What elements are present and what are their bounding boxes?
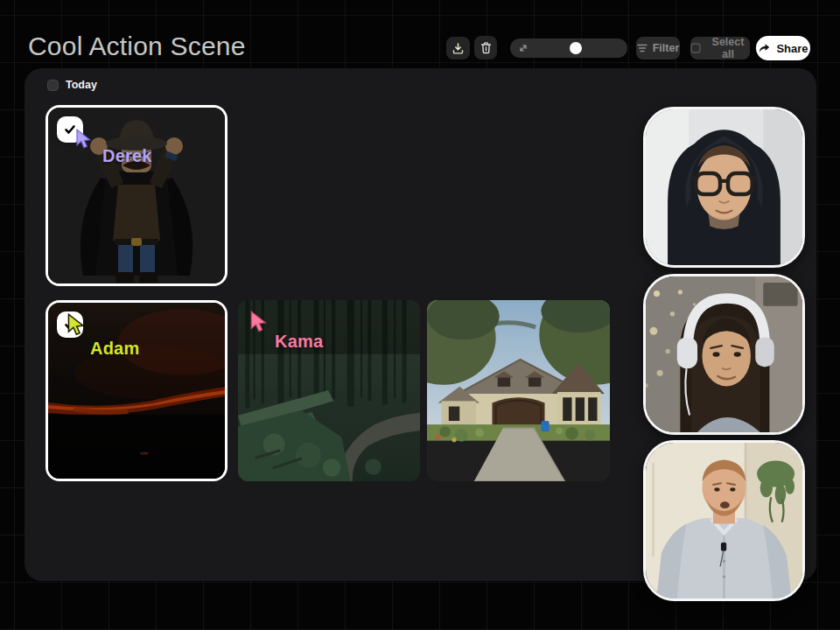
participant-1-video-frame xyxy=(646,109,802,265)
thumbnail-size-slider[interactable] xyxy=(510,38,627,58)
download-button[interactable] xyxy=(446,37,470,60)
participant-video-man-in-shirt[interactable] xyxy=(643,440,805,601)
card-checkbox-checked[interactable] xyxy=(57,312,83,338)
download-icon xyxy=(452,42,465,55)
checkbox-outline-icon xyxy=(690,43,701,53)
suburban-house-image xyxy=(427,300,610,481)
filter-button[interactable]: Filter xyxy=(636,37,680,60)
share-arrow-icon xyxy=(758,43,771,54)
gallery-card-cowboy[interactable]: Derek xyxy=(46,105,228,286)
participant-2-video-frame xyxy=(646,276,802,432)
gallery-card-house[interactable] xyxy=(427,300,610,481)
trash-icon xyxy=(480,41,493,55)
gallery-card-volcano[interactable]: Adam xyxy=(46,300,228,481)
share-button[interactable]: Share xyxy=(756,36,810,60)
resize-diagonal-icon xyxy=(518,43,528,53)
app-background: { "window": { "title": "Cool Action Scen… xyxy=(0,0,840,630)
share-button-label: Share xyxy=(776,42,808,55)
filter-lines-icon xyxy=(637,44,648,52)
select-all-button-label: Select all xyxy=(706,36,750,60)
select-all-button[interactable]: Select all xyxy=(690,37,750,60)
page-title: Cool Action Scene xyxy=(28,32,246,61)
filter-button-label: Filter xyxy=(653,42,680,54)
participant-video-man-with-glasses[interactable] xyxy=(643,107,805,268)
slider-thumb[interactable] xyxy=(570,42,582,54)
checkmark-icon xyxy=(63,318,77,332)
today-group-checkbox[interactable] xyxy=(47,80,59,91)
date-group-label: Today xyxy=(66,79,97,91)
date-group-header: Today xyxy=(47,79,97,91)
participant-3-video-frame xyxy=(646,443,802,598)
participant-video-woman-with-headphones[interactable] xyxy=(643,274,805,435)
card-checkbox-checked[interactable] xyxy=(57,116,83,143)
delete-button[interactable] xyxy=(474,36,497,60)
gallery-card-forest[interactable]: Kama xyxy=(238,300,420,481)
mossy-forest-image xyxy=(238,300,420,481)
checkmark-icon xyxy=(63,122,77,136)
